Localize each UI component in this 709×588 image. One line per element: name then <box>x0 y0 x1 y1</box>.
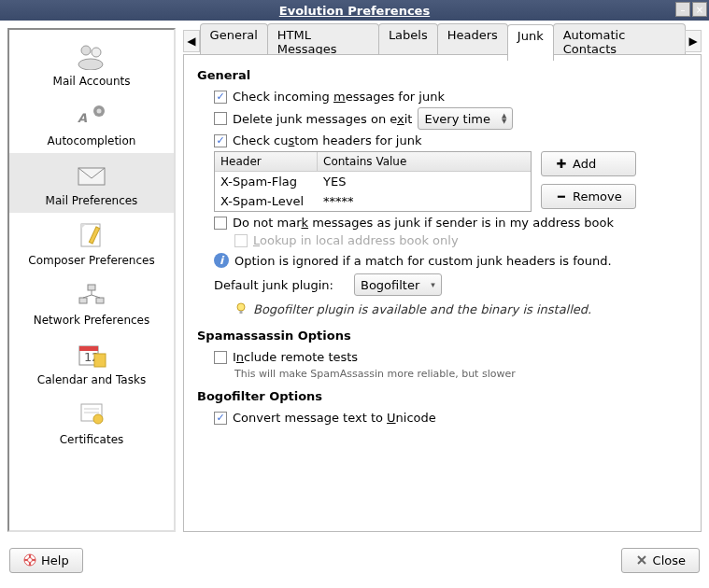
sidebar-item-mail-accounts[interactable]: Mail Accounts <box>9 34 174 93</box>
svg-rect-25 <box>240 311 243 314</box>
remove-header-button[interactable]: ━ Remove <box>541 184 636 209</box>
close-window-button[interactable]: × <box>692 2 707 17</box>
table-row[interactable]: X-Spam-Level ***** <box>215 191 531 211</box>
check-custom-headers-label[interactable]: Check custom headers for junk <box>233 133 421 147</box>
minus-icon: ━ <box>555 190 568 203</box>
sidebar-item-label: Calendar and Tasks <box>37 373 146 386</box>
section-bogofilter-title: Bogofilter Options <box>197 389 688 403</box>
svg-point-24 <box>237 303 245 311</box>
lookup-local-checkbox <box>234 234 248 247</box>
spin-arrows-icon: ▲▼ <box>502 113 506 124</box>
include-remote-tests-checkbox[interactable] <box>214 351 227 364</box>
sidebar-item-composer-preferences[interactable]: Composer Preferences <box>9 213 174 273</box>
tab-scroll-right[interactable]: ▶ <box>685 30 702 52</box>
delete-frequency-value: Every time <box>424 112 489 126</box>
svg-point-1 <box>92 48 101 57</box>
lightbulb-icon <box>234 301 248 317</box>
life-ring-icon <box>23 553 36 567</box>
category-sidebar: Mail Accounts A Autocompletion Mail Pref… <box>7 28 176 532</box>
svg-point-23 <box>93 414 103 424</box>
font-gear-icon: A <box>75 99 108 133</box>
include-remote-tests-label[interactable]: Include remote tests <box>233 350 358 364</box>
tab-bar: ◀ General HTML Messages Labels Headers J… <box>183 28 702 54</box>
svg-point-0 <box>81 46 91 55</box>
sidebar-item-certificates[interactable]: Certificates <box>9 392 174 452</box>
delete-frequency-combo[interactable]: Every time ▲▼ <box>418 107 513 130</box>
sidebar-item-mail-preferences[interactable]: Mail Preferences <box>9 153 174 213</box>
envelope-icon <box>75 159 108 192</box>
svg-rect-12 <box>88 285 95 290</box>
sidebar-item-calendar-tasks[interactable]: 12 Calendar and Tasks <box>9 332 174 392</box>
network-icon <box>75 278 108 312</box>
sidebar-item-label: Composer Preferences <box>28 254 154 267</box>
add-header-button[interactable]: ✚ Add <box>541 151 636 176</box>
certificate-icon <box>75 398 108 431</box>
plus-icon: ✚ <box>555 158 568 171</box>
sidebar-item-autocompletion[interactable]: A Autocompletion <box>9 93 174 153</box>
custom-headers-table[interactable]: Header Contains Value X-Spam-Flag YES X-… <box>214 151 532 212</box>
svg-rect-10 <box>79 298 87 303</box>
not-mark-addressbook-checkbox[interactable] <box>214 217 227 230</box>
paper-pencil-icon <box>75 218 108 252</box>
minimize-button[interactable]: – <box>675 2 690 17</box>
plugin-availability-note: Bogofilter plugin is available and the b… <box>253 302 591 316</box>
title-bar: Evolution Preferences – × <box>0 0 709 21</box>
table-row[interactable]: X-Spam-Flag YES <box>215 172 531 191</box>
col-header-name[interactable]: Header <box>215 152 318 171</box>
tab-scroll-left[interactable]: ◀ <box>183 30 200 52</box>
info-icon: i <box>214 253 229 268</box>
calendar-icon: 12 <box>75 338 108 371</box>
spamassassin-hint: This will make SpamAssassin more reliabl… <box>234 368 688 380</box>
chevron-down-icon: ▾ <box>431 282 435 287</box>
sidebar-item-network-preferences[interactable]: Network Preferences <box>9 273 174 332</box>
svg-point-27 <box>28 558 33 563</box>
lookup-local-label: Lookup in local address book only <box>253 233 459 247</box>
section-spamassassin-title: Spamassassin Options <box>197 329 688 343</box>
tab-junk[interactable]: Junk <box>507 24 554 61</box>
close-icon <box>635 553 648 567</box>
section-general-title: General <box>197 68 688 82</box>
check-incoming-label[interactable]: Check incoming messages for junk <box>233 90 445 104</box>
junk-panel: General Check incoming messages for junk… <box>183 54 702 532</box>
not-mark-addressbook-label[interactable]: Do not mark messages as junk if sender i… <box>233 216 614 230</box>
svg-rect-11 <box>96 298 104 303</box>
convert-unicode-checkbox[interactable] <box>214 412 227 425</box>
sidebar-item-label: Certificates <box>60 433 124 446</box>
window-title: Evolution Preferences <box>279 4 430 18</box>
check-incoming-checkbox[interactable] <box>214 91 227 104</box>
convert-unicode-label[interactable]: Convert message text to Unicode <box>233 411 436 425</box>
sidebar-item-label: Network Preferences <box>34 314 150 327</box>
svg-point-5 <box>97 109 102 114</box>
help-button[interactable]: Help <box>9 548 83 573</box>
close-button[interactable]: Close <box>621 548 700 573</box>
check-custom-headers-checkbox[interactable] <box>214 134 227 147</box>
ignored-note: Option is ignored if a match for custom … <box>234 254 612 268</box>
sidebar-item-label: Mail Accounts <box>53 75 131 88</box>
default-plugin-label: Default junk plugin: <box>214 278 333 292</box>
sidebar-item-label: Autocompletion <box>48 134 136 147</box>
svg-rect-19 <box>94 354 106 367</box>
svg-point-2 <box>78 59 103 70</box>
svg-text:A: A <box>78 111 87 125</box>
sidebar-item-label: Mail Preferences <box>46 194 138 207</box>
delete-on-exit-checkbox[interactable] <box>214 112 227 125</box>
default-plugin-combo[interactable]: Bogofilter ▾ <box>354 273 442 296</box>
delete-on-exit-label[interactable]: Delete junk messages on exit <box>233 112 412 126</box>
col-header-value[interactable]: Contains Value <box>318 152 531 171</box>
people-icon <box>75 39 108 73</box>
default-plugin-value: Bogofilter <box>361 278 419 292</box>
